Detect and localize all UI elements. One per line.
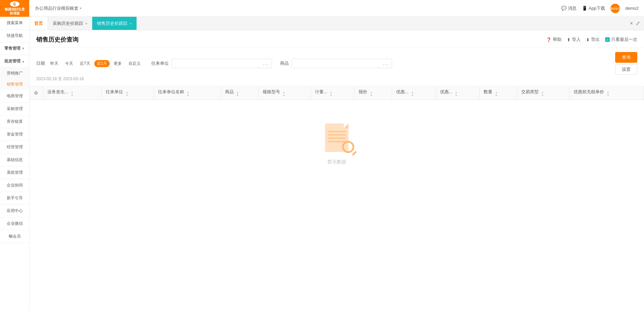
sidebar-item-purchase[interactable]: 采购管理 [0,103,29,115]
page-header: 销售历史价查询 ❓ 帮助 ⬆ 导入 ⬇ 导出 ✓ 只看最后一次 [30,30,644,48]
sidebar-item-basic-info[interactable]: 基础信息 [0,154,29,166]
query-button[interactable]: 查询 [615,52,637,63]
import-btn[interactable]: ⬆ 导入 [567,37,581,43]
import-icon: ⬆ [567,37,571,42]
product-dots-icon: ... [383,60,389,66]
table-header-row: ⚙ 业务发生... ▲▼ 往来单位 ▲▼ 往来单位名称 ▲▼ [30,86,644,100]
gear-icon[interactable]: ⚙ [34,90,38,96]
sidebar-item-search-menu[interactable]: 搜索菜单 [0,17,29,30]
sort-arrows-quoted-price[interactable]: ▲▼ [370,91,373,97]
tab-home[interactable]: 首页 [30,17,48,30]
page-actions: ❓ 帮助 ⬆ 导入 ⬇ 导出 ✓ 只看最后一次 [546,37,637,43]
close-window-icon[interactable]: × [630,20,633,27]
product-filter-group: 商品 ... [280,59,392,68]
app-download-btn[interactable]: 📱 App下载 [582,5,605,11]
sort-arrows-product[interactable]: ▲▼ [236,91,239,97]
avatar[interactable]: demo2 [610,4,620,13]
date-filter-group: 日期 昨天 今天 近7天 近1月 更多 自定义 [36,60,143,67]
col-discount1[interactable]: 优惠... ▲▼ [392,86,436,100]
sort-arrows-partner-code[interactable]: ▲▼ [125,91,128,97]
sidebar-item-operations[interactable]: 经营管理 [0,141,29,154]
tab-actions: × ⤢ [630,20,644,27]
sidebar-item-inventory[interactable]: 库存核算 [0,115,29,128]
sort-arrows-partner-name[interactable]: ▲▼ [186,91,189,97]
doc-line-2 [328,134,346,136]
partner-input[interactable]: ... [171,59,272,68]
logo-text: 畅捷信好生意 标准版 [5,7,25,15]
sidebar-item-enterprise-wechat[interactable]: 企业微信 [0,217,29,230]
sidebar-item-finance[interactable]: 资金管理 [0,128,29,141]
tab-purchase-history[interactable]: 采购历史价跟踪 × [48,17,92,30]
col-quoted-price[interactable]: 报价 ▲▼ [355,86,392,100]
partner-dots-icon: ... [263,60,269,66]
sidebar-item-app-center[interactable]: 应用中心 [0,205,29,217]
data-table: ⚙ 业务发生... ▲▼ 往来单位 ▲▼ 往来单位名称 ▲▼ [30,86,644,100]
date-btn-last1month[interactable]: 近1月 [94,60,110,67]
logo: 6 畅捷信好生意 标准版 [0,0,29,17]
filter-row: 日期 昨天 今天 近7天 近1月 更多 自定义 往来单位 ... [36,52,637,75]
sort-arrows-quantity[interactable]: ▲▼ [495,91,498,97]
sidebar-item-ecommerce[interactable]: 电商管理 [0,90,29,103]
sidebar-item-marketing[interactable]: 营销推广 [0,68,29,79]
close-purchase-history-icon[interactable]: × [85,21,87,25]
empty-text: 暂无数据 [327,159,346,165]
maximize-icon[interactable]: ⤢ [636,20,640,27]
col-spec[interactable]: 规格型号 ▲▼ [258,86,311,100]
sort-arrows-unit[interactable]: ▲▼ [330,91,332,97]
date-btn-yesterday[interactable]: 昨天 [48,60,61,67]
topbar: 办公用品行业模拟账套 ▾ 💬 消息 📱 App下载 demo2 demo2 [30,0,644,17]
product-input[interactable]: ... [291,59,392,68]
sidebar-item-sys-settings[interactable]: 系统管理 [0,166,29,179]
tab-sales-history[interactable]: 销售历史价跟踪 × [92,17,137,30]
sidebar-item-quick-nav[interactable]: 快捷导航 [0,30,29,42]
sidebar-item-new-guide[interactable]: 新手引导 [0,192,29,205]
sidebar-item-enterprise-collab[interactable]: 企业协同 [0,179,29,192]
col-biz-date[interactable]: 业务发生... ▲▼ [43,86,101,100]
date-btn-custom[interactable]: 自定义 [126,60,143,67]
no-data-illustration [317,120,357,154]
settings-button[interactable]: 设置 [615,64,637,75]
col-partner-name[interactable]: 往来单位名称 ▲▼ [154,86,221,100]
doc-line-4 [328,141,346,142]
col-partner-code[interactable]: 往来单位 ▲▼ [101,86,154,100]
sort-arrows-trade-type[interactable]: ▲▼ [541,91,544,97]
empty-state: 暂无数据 [30,100,644,185]
col-settings[interactable]: ⚙ [30,86,43,100]
app-selector[interactable]: 办公用品行业模拟账套 ▾ [35,5,82,11]
sort-arrows-discount2[interactable]: ▲▼ [455,91,458,97]
help-btn[interactable]: ❓ 帮助 [546,37,561,43]
sidebar-menu: 搜索菜单 快捷导航 零售管理 ▼ 批发管理 ▲ 营销推广 销售管理 电商管理 采… [0,17,29,310]
sort-arrows-discount1[interactable]: ▲▼ [411,91,414,97]
sidebar-item-sales-mgmt[interactable]: 销售管理 [0,79,29,90]
export-btn[interactable]: ⬇ 导出 [586,37,600,43]
col-quantity[interactable]: 数量 ▲▼ [480,86,517,100]
table-container: ⚙ 业务发生... ▲▼ 往来单位 ▲▼ 往来单位名称 ▲▼ [30,86,644,310]
tabbar: 首页 采购历史价跟踪 × 销售历史价跟踪 × × ⤢ [30,17,644,30]
doc-line-1 [328,131,346,132]
sidebar-item-wholesale-mgmt[interactable]: 批发管理 ▲ [0,55,29,68]
close-sales-history-icon[interactable]: × [129,21,131,25]
sort-arrows-biz-date[interactable]: ▲▼ [71,91,73,97]
sidebar-item-member[interactable]: 畅会员 [0,230,29,243]
topbar-right: 💬 消息 📱 App下载 demo2 demo2 [561,4,639,13]
sort-arrows-pre-discount-price[interactable]: ▲▼ [607,91,609,97]
date-range-text: 2023-02-18 至 2023-03-18 [36,76,84,82]
date-btn-last7[interactable]: 近7天 [77,60,93,67]
show-last-checkbox-label[interactable]: ✓ 只看最后一次 [605,37,637,43]
magnifier-icon [342,141,354,153]
date-btn-more[interactable]: 更多 [111,60,124,67]
help-icon: ❓ [546,37,551,42]
date-buttons: 昨天 今天 近7天 近1月 更多 自定义 [48,60,143,67]
sort-arrows-spec[interactable]: ▲▼ [282,91,285,97]
page-title: 销售历史价查询 [36,36,78,44]
message-btn[interactable]: 💬 消息 [561,5,577,11]
col-product[interactable]: 商品 ▲▼ [221,86,258,100]
col-discount2[interactable]: 优惠... ▲▼ [436,86,479,100]
col-pre-discount-price[interactable]: 优惠前无税单价 ▲▼ [570,86,644,100]
table-header: ⚙ 业务发生... ▲▼ 往来单位 ▲▼ 往来单位名称 ▲▼ [30,86,644,100]
date-label: 日期 [36,60,45,66]
sidebar-item-retail-mgmt[interactable]: 零售管理 ▼ [0,42,29,55]
date-btn-today[interactable]: 今天 [62,60,76,67]
col-trade-type[interactable]: 交易类型 ▲▼ [517,86,570,100]
col-unit[interactable]: 计量... ▲▼ [311,86,354,100]
